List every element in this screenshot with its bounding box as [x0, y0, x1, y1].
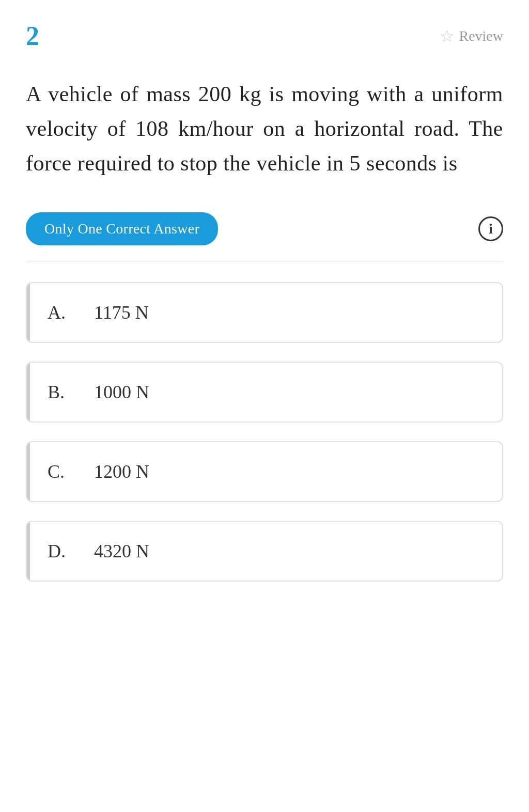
option-d-label: D. [48, 540, 73, 562]
review-label: Review [459, 28, 503, 44]
answer-type-badge: Only One Correct Answer [26, 212, 218, 245]
info-icon[interactable]: i [478, 216, 503, 241]
option-c[interactable]: C. 1200 N [26, 441, 503, 502]
option-b-label: B. [48, 381, 73, 403]
option-a-label: A. [48, 302, 73, 323]
star-icon: ☆ [440, 26, 455, 46]
option-d[interactable]: D. 4320 N [26, 521, 503, 582]
question-text: A vehicle of mass 200 kg is moving with … [26, 77, 503, 181]
answer-type-row: Only One Correct Answer i [26, 212, 503, 245]
option-a-value: 1175 N [94, 302, 149, 323]
question-number: 2 [26, 21, 39, 51]
top-bar: 2 ☆ Review [26, 21, 503, 51]
option-b-value: 1000 N [94, 381, 149, 403]
option-b[interactable]: B. 1000 N [26, 362, 503, 423]
option-a[interactable]: A. 1175 N [26, 282, 503, 343]
divider [26, 261, 503, 261]
review-button[interactable]: ☆ Review [440, 26, 503, 46]
option-c-label: C. [48, 461, 73, 482]
page-container: 2 ☆ Review A vehicle of mass 200 kg is m… [0, 0, 529, 812]
options-container: A. 1175 N B. 1000 N C. 1200 N D. 4320 N [26, 282, 503, 582]
option-d-value: 4320 N [94, 540, 149, 562]
option-c-value: 1200 N [94, 461, 149, 482]
